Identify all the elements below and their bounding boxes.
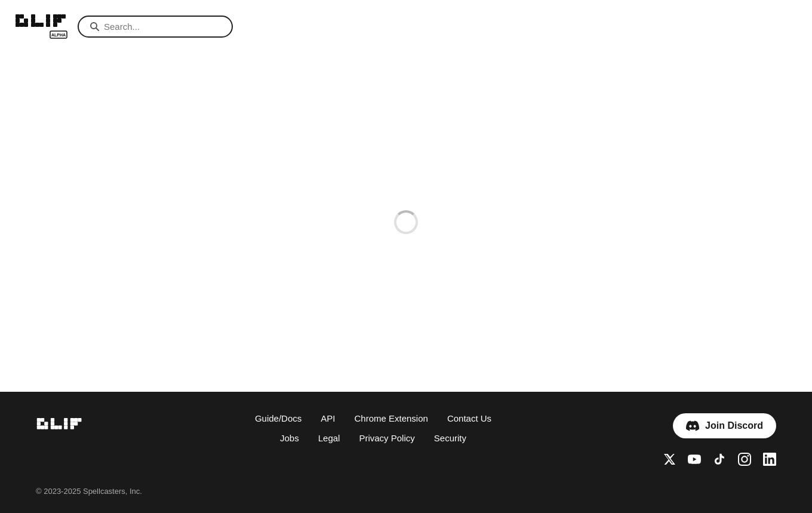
- svg-rect-42: [78, 418, 81, 422]
- svg-line-24: [96, 28, 99, 30]
- footer-link-legal[interactable]: Legal: [318, 433, 340, 443]
- glif-logo-footer: [36, 413, 84, 442]
- svg-rect-38: [64, 422, 67, 425]
- discord-icon: [686, 419, 699, 432]
- footer-link-privacy[interactable]: Privacy Policy: [359, 433, 414, 443]
- svg-rect-9: [31, 23, 35, 27]
- svg-rect-11: [39, 23, 44, 27]
- svg-rect-17: [61, 14, 66, 19]
- svg-rect-34: [51, 425, 54, 429]
- svg-rect-5: [24, 23, 28, 27]
- svg-rect-20: [53, 23, 57, 27]
- discord-btn-label: Join Discord: [705, 420, 763, 431]
- svg-rect-2: [20, 14, 24, 19]
- svg-rect-45: [70, 425, 74, 429]
- svg-rect-0: [16, 14, 20, 19]
- svg-rect-31: [44, 422, 48, 425]
- linkedin-link[interactable]: [763, 453, 776, 469]
- svg-rect-28: [41, 425, 44, 429]
- search-icon: [90, 21, 99, 31]
- svg-rect-27: [41, 418, 44, 422]
- svg-rect-32: [51, 418, 54, 422]
- twitter-x-icon: [663, 453, 676, 466]
- footer-link-jobs[interactable]: Jobs: [280, 433, 299, 443]
- tiktok-link[interactable]: [713, 453, 726, 469]
- social-icons: [663, 453, 776, 469]
- footer-copyright-area: © 2023-2025 Spellcasters, Inc.: [36, 486, 776, 496]
- footer-links-row1: Guide/Docs API Chrome Extension Contact …: [255, 413, 491, 423]
- svg-rect-19: [57, 19, 61, 23]
- svg-rect-33: [51, 422, 54, 425]
- join-discord-button[interactable]: Join Discord: [673, 413, 776, 438]
- svg-rect-6: [24, 19, 28, 23]
- footer-link-guide[interactable]: Guide/Docs: [255, 413, 302, 423]
- svg-rect-40: [70, 418, 74, 422]
- footer-logo-container: [36, 413, 84, 444]
- svg-rect-35: [54, 425, 58, 429]
- svg-rect-14: [46, 23, 50, 27]
- twitter-x-link[interactable]: [663, 453, 676, 469]
- footer-nav: Guide/Docs API Chrome Extension Contact …: [84, 413, 663, 443]
- footer-link-contact[interactable]: Contact Us: [447, 413, 491, 423]
- tiktok-icon: [713, 453, 726, 466]
- svg-rect-39: [64, 425, 67, 429]
- svg-rect-10: [35, 23, 39, 27]
- search-bar[interactable]: [78, 16, 233, 38]
- glif-logo-header: ALPHA: [14, 10, 68, 41]
- svg-rect-18: [53, 19, 57, 23]
- svg-rect-30: [44, 425, 48, 429]
- svg-rect-3: [20, 23, 24, 27]
- search-input[interactable]: [104, 21, 221, 32]
- svg-rect-25: [37, 418, 41, 422]
- instagram-icon: [738, 453, 751, 466]
- svg-rect-26: [37, 425, 41, 429]
- svg-text:ALPHA: ALPHA: [51, 33, 66, 37]
- svg-rect-13: [46, 19, 50, 23]
- svg-rect-41: [74, 418, 78, 422]
- svg-rect-1: [16, 23, 20, 27]
- svg-rect-4: [16, 19, 20, 23]
- site-footer: Guide/Docs API Chrome Extension Contact …: [0, 392, 812, 513]
- site-header: ALPHA: [0, 0, 812, 53]
- svg-rect-43: [70, 422, 74, 425]
- copyright-text: © 2023-2025 Spellcasters, Inc.: [36, 487, 142, 496]
- linkedin-icon: [763, 453, 776, 466]
- svg-rect-29: [37, 422, 41, 425]
- svg-rect-8: [31, 19, 35, 23]
- footer-link-api[interactable]: API: [321, 413, 335, 423]
- svg-rect-12: [46, 14, 50, 19]
- svg-rect-37: [64, 418, 67, 422]
- svg-rect-36: [58, 425, 61, 429]
- svg-rect-16: [57, 14, 61, 19]
- youtube-link[interactable]: [688, 453, 701, 469]
- svg-rect-15: [53, 14, 57, 19]
- footer-links-row2: Jobs Legal Privacy Policy Security: [280, 433, 466, 443]
- footer-link-chrome[interactable]: Chrome Extension: [354, 413, 427, 423]
- youtube-icon: [688, 453, 701, 466]
- svg-rect-44: [74, 422, 78, 425]
- logo-container: ALPHA: [14, 10, 68, 43]
- instagram-link[interactable]: [738, 453, 751, 469]
- footer-right: Join Discord: [663, 413, 776, 469]
- main-content: [0, 53, 812, 392]
- loading-spinner: [394, 210, 418, 234]
- footer-link-security[interactable]: Security: [434, 433, 466, 443]
- svg-rect-7: [31, 14, 35, 19]
- logo-link[interactable]: ALPHA: [14, 10, 68, 43]
